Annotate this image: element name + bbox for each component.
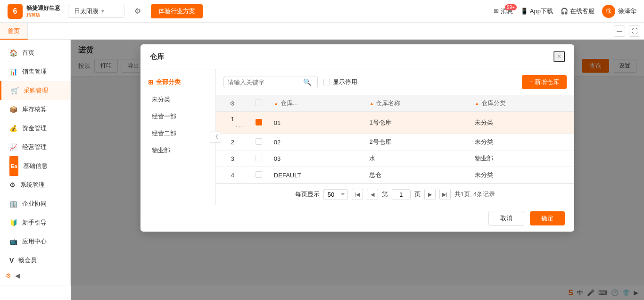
sales-icon: 📊 <box>9 62 17 81</box>
page-label: 第 <box>382 190 388 199</box>
page-prev-button[interactable]: ◀ <box>367 189 378 200</box>
row-num: 3 <box>216 150 249 167</box>
sidebar-label-apps: 应用中心 <box>22 232 47 251</box>
page-last-button[interactable]: ▶| <box>439 189 451 200</box>
dialog-sidebar-collapse-icon[interactable]: 《 <box>210 132 221 143</box>
settings-icon[interactable]: ⚙ <box>130 4 145 19</box>
dialog-category-ops1[interactable]: 经营一部 <box>140 108 215 125</box>
logo-icon: 6 <box>8 4 23 19</box>
th-name[interactable]: ▲ 仓库名称 <box>363 95 469 112</box>
user-menu[interactable]: 徐 徐泽华 <box>602 5 636 18</box>
row-checkbox[interactable] <box>249 112 268 134</box>
message-icon: ✉ <box>494 8 499 15</box>
cancel-button[interactable]: 取消 <box>488 211 524 226</box>
table-row[interactable]: 4 DEFAULT 总仓 未分类 <box>216 167 574 183</box>
sidebar-item-purchase[interactable]: 🛒 采购管理 <box>0 81 70 100</box>
table-row[interactable]: 1··· 01 1号仓库 未分类 <box>216 112 574 134</box>
dialog-header: 仓库 × <box>140 44 574 69</box>
row-name: 2号仓库 <box>363 134 469 150</box>
sidebar-item-system[interactable]: ⚙ 系统管理 <box>0 175 70 194</box>
sidebar-item-inventory[interactable]: 📦 库存核算 <box>0 100 70 119</box>
sidebar-settings-icon[interactable]: ⚙ <box>6 272 11 279</box>
dialog-category-uncategorized[interactable]: 未分类 <box>140 91 215 108</box>
th-code[interactable]: ▲ 仓库... <box>268 95 364 112</box>
table-row[interactable]: 2 02 2号仓库 未分类 <box>216 134 574 150</box>
table-header-row: ⚙ ▲ 仓库... <box>216 95 574 112</box>
dialog-search-field[interactable]: 🔍 <box>223 76 318 88</box>
page-first-button[interactable]: |◀ <box>352 189 363 200</box>
row-code: 01 <box>268 112 364 134</box>
row-checkbox[interactable] <box>249 150 268 167</box>
row-category: 未分类 <box>469 167 574 183</box>
customer-service-button[interactable]: 🎧 在线客服 <box>561 7 594 16</box>
store-dropdown-arrow-icon: ▼ <box>100 8 105 14</box>
sidebar-item-finance[interactable]: 💰 资金管理 <box>0 119 70 138</box>
sidebar-item-operations[interactable]: 📈 经营管理 <box>0 138 70 157</box>
confirm-button[interactable]: 确定 <box>530 211 565 225</box>
row-category: 物业部 <box>469 150 574 167</box>
dialog-body: ⊞ 全部分类 未分类 经营一部 经营二部 物业部 《 <box>140 69 574 205</box>
guide-icon: 🔰 <box>9 213 17 232</box>
store-selector[interactable]: 日太阳膜 ▼ <box>68 5 124 18</box>
all-category-label: 全部分类 <box>156 78 181 86</box>
warehouse-dialog: 仓库 × ⊞ 全部分类 未分类 经营一部 经营二部 物业部 <box>140 44 574 232</box>
row-name: 水 <box>363 150 469 167</box>
dialog-close-button[interactable]: × <box>553 51 565 62</box>
search-input[interactable] <box>228 79 303 86</box>
page-content: 进货 按以 打印 导出 刷新 查询 设置 仓库 × <box>71 40 644 300</box>
system-icon: ⚙ <box>9 175 16 194</box>
row-name: 总仓 <box>363 167 469 183</box>
table-row[interactable]: 3 03 水 物业部 <box>216 150 574 167</box>
nav-minimize-icon[interactable]: — <box>614 25 625 37</box>
message-badge: 99+ <box>505 4 517 10</box>
sidebar-item-apps[interactable]: 📺 应用中心 <box>0 232 70 251</box>
main-layout: 🏠 首页 📊 销售管理 🛒 采购管理 📦 库存核算 💰 资金管理 📈 经营管理 … <box>0 40 644 300</box>
dialog-sidebar-all[interactable]: ⊞ 全部分类 <box>140 75 215 89</box>
search-icon[interactable]: 🔍 <box>303 78 311 86</box>
th-category[interactable]: ▲ 仓库分类 <box>469 95 574 112</box>
header: 6 畅捷通好生意 精英版 日太阳膜 ▼ ⚙ 体验行业方案 ✉ 消息 99+ 📱 … <box>0 0 644 23</box>
sidebar-item-sales[interactable]: 📊 销售管理 <box>0 62 70 81</box>
select-all-checkbox[interactable] <box>256 100 262 106</box>
show-disabled-checkbox[interactable]: 显示停用 <box>323 78 357 86</box>
enterprise-icon: 🏢 <box>9 194 17 213</box>
logo: 6 畅捷通好生意 精英版 <box>8 4 60 19</box>
per-page-select[interactable]: 50 10 20 100 <box>323 189 348 200</box>
row-select-box[interactable] <box>256 119 262 125</box>
inventory-icon: 📦 <box>9 100 17 119</box>
row-checkbox[interactable] <box>249 167 268 183</box>
page-next-button[interactable]: ▶ <box>424 189 436 200</box>
row-dots: ··· <box>236 123 244 130</box>
trial-button[interactable]: 体验行业方案 <box>151 4 203 18</box>
sidebar-item-member[interactable]: V 畅会员 <box>0 251 70 270</box>
row-code: 02 <box>268 134 364 150</box>
sidebar-item-guide[interactable]: 🔰 新手引导 <box>0 213 70 232</box>
logo-sub: 精英版 <box>26 12 60 18</box>
sidebar-item-home[interactable]: 🏠 首页 <box>0 43 70 62</box>
sidebar-label-sales: 销售管理 <box>22 62 47 81</box>
basic-info-icon: Ea <box>9 156 18 176</box>
row-select-box[interactable] <box>256 138 262 145</box>
sidebar-collapse-icon[interactable]: ◀ <box>15 272 20 279</box>
app-download-button[interactable]: 📱 App下载 <box>520 7 553 16</box>
grid-icon: ⊞ <box>148 79 153 86</box>
dialog-category-property[interactable]: 物业部 <box>140 142 215 159</box>
store-name: 日太阳膜 <box>74 7 99 16</box>
sidebar-item-basic-info[interactable]: Ea 基础信息 <box>0 157 70 175</box>
dialog-category-ops2[interactable]: 经营二部 <box>140 125 215 142</box>
row-select-box[interactable] <box>256 171 262 178</box>
row-code: DEFAULT <box>268 167 364 183</box>
username: 徐泽华 <box>618 7 636 16</box>
add-warehouse-button[interactable]: + 新增仓库 <box>522 75 567 89</box>
message-button[interactable]: ✉ 消息 99+ <box>494 7 513 16</box>
row-checkbox[interactable] <box>249 134 268 150</box>
row-select-box[interactable] <box>256 155 262 161</box>
warehouse-table: ⚙ ▲ 仓库... <box>216 95 574 183</box>
sidebar-item-enterprise[interactable]: 🏢 企业协同 <box>0 194 70 213</box>
th-checkbox[interactable] <box>249 95 268 112</box>
tab-home[interactable]: 首页 <box>0 23 28 40</box>
page-input[interactable] <box>392 189 411 200</box>
nav-maximize-icon[interactable]: ⛶ <box>629 25 640 37</box>
dialog-title: 仓库 <box>150 52 164 61</box>
sidebar-label-enterprise: 企业协同 <box>22 194 47 213</box>
